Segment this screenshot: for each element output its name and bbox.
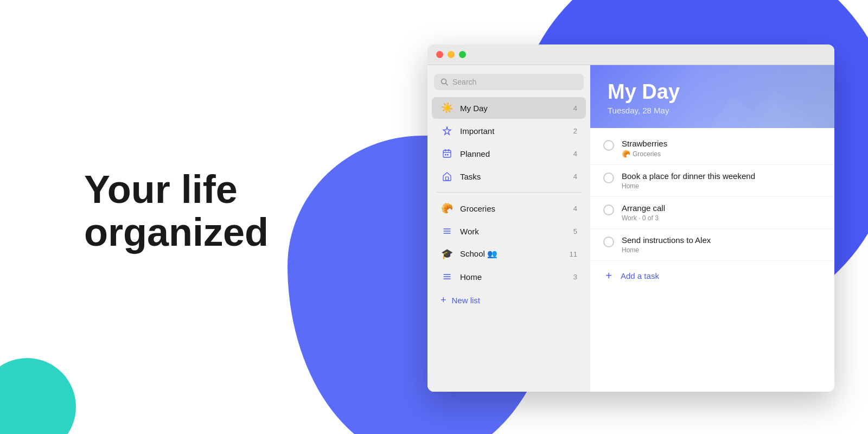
task-checkbox[interactable] — [603, 173, 614, 183]
sidebar-label-my-day: My Day — [460, 104, 567, 113]
list-icon-home — [441, 270, 454, 283]
sidebar-item-school[interactable]: 🎓 School 👥 11 — [432, 243, 586, 265]
app-content: Search ☀️ My Day 4 Important 2 — [427, 65, 834, 392]
panel-date: Tuesday, 28 May — [608, 106, 817, 115]
sidebar-item-groceries[interactable]: 🥐 Groceries 4 — [432, 197, 586, 219]
sidebar-label-home: Home — [460, 272, 567, 282]
sidebar-count-important: 2 — [573, 127, 577, 135]
app-window: Search ☀️ My Day 4 Important 2 — [427, 44, 834, 392]
house-icon — [441, 170, 454, 183]
sidebar-count-school: 11 — [570, 250, 577, 258]
new-list-button[interactable]: + New list — [432, 290, 586, 310]
sidebar-item-work[interactable]: Work 5 — [432, 220, 586, 242]
sidebar-label-tasks: Tasks — [460, 172, 567, 181]
task-meta: Work · 0 of 3 — [622, 214, 821, 222]
task-title: Strawberries — [622, 139, 821, 148]
search-box[interactable]: Search — [434, 74, 584, 90]
title-bar — [427, 44, 834, 65]
main-panel: My Day Tuesday, 28 May Strawberries 🥐 Gr… — [590, 65, 834, 392]
svg-rect-6 — [445, 154, 446, 156]
task-item[interactable]: Arrange call Work · 0 of 3 — [590, 197, 834, 229]
sidebar-item-planned[interactable]: Planned 4 — [432, 143, 586, 164]
task-meta-text: Home — [622, 246, 639, 254]
sidebar-item-important[interactable]: Important 2 — [432, 120, 586, 142]
task-meta-icon: 🥐 — [622, 150, 630, 158]
task-title: Book a place for dinner this weekend — [622, 171, 821, 181]
sidebar-count-my-day: 4 — [573, 104, 577, 112]
minimize-button[interactable] — [448, 51, 455, 58]
sidebar: Search ☀️ My Day 4 Important 2 — [427, 65, 590, 392]
task-item[interactable]: Book a place for dinner this weekend Hom… — [590, 165, 834, 197]
sidebar-label-important: Important — [460, 126, 567, 136]
sidebar-count-tasks: 4 — [573, 173, 577, 181]
task-list: Strawberries 🥐 Groceries Book a place fo… — [590, 128, 834, 392]
sidebar-label-school: School 👥 — [460, 249, 563, 259]
svg-rect-8 — [446, 177, 449, 180]
task-content: Arrange call Work · 0 of 3 — [622, 203, 821, 222]
task-meta-text: Home — [622, 182, 639, 190]
hero-line1: Your life — [84, 168, 238, 211]
task-item[interactable]: Send instructions to Alex Home — [590, 229, 834, 261]
sidebar-item-home[interactable]: Home 3 — [432, 266, 586, 288]
sidebar-count-groceries: 4 — [573, 205, 577, 213]
svg-rect-2 — [443, 150, 451, 157]
task-checkbox[interactable] — [603, 205, 614, 215]
plus-icon: + — [441, 295, 446, 306]
add-task-label: Add a task — [621, 271, 659, 280]
search-input[interactable]: Search — [452, 78, 577, 86]
task-meta: Home — [622, 246, 821, 254]
new-list-label: New list — [452, 296, 481, 305]
hero-line2: organized — [84, 210, 269, 254]
maximize-button[interactable] — [459, 51, 466, 58]
task-title: Send instructions to Alex — [622, 235, 821, 245]
task-meta-text: Work · 0 of 3 — [622, 214, 659, 222]
sidebar-divider — [436, 192, 582, 193]
sidebar-count-home: 3 — [573, 273, 577, 281]
task-checkbox[interactable] — [603, 237, 614, 247]
bg-decoration-teal — [0, 358, 76, 434]
task-content: Send instructions to Alex Home — [622, 235, 821, 254]
task-meta: Home — [622, 182, 821, 190]
sidebar-count-planned: 4 — [573, 150, 577, 158]
add-plus-icon: + — [603, 270, 614, 282]
graduation-icon: 🎓 — [441, 247, 454, 260]
sidebar-label-groceries: Groceries — [460, 204, 567, 213]
sidebar-label-work: Work — [460, 227, 567, 236]
main-header: My Day Tuesday, 28 May — [590, 65, 834, 128]
task-content: Book a place for dinner this weekend Hom… — [622, 171, 821, 190]
svg-rect-7 — [447, 154, 449, 156]
task-meta-text: Groceries — [633, 150, 661, 158]
svg-line-1 — [446, 84, 448, 86]
search-icon — [441, 78, 448, 86]
calendar-icon — [441, 147, 454, 160]
task-checkbox[interactable] — [603, 140, 614, 151]
sun-icon: ☀️ — [441, 101, 454, 114]
task-title: Arrange call — [622, 203, 821, 213]
sidebar-item-tasks[interactable]: Tasks 4 — [432, 165, 586, 187]
bread-icon: 🥐 — [441, 202, 454, 215]
sidebar-item-my-day[interactable]: ☀️ My Day 4 — [432, 97, 586, 119]
star-icon — [441, 124, 454, 137]
sidebar-count-work: 5 — [573, 227, 577, 235]
add-task-button[interactable]: + Add a task — [590, 261, 834, 291]
sidebar-label-planned: Planned — [460, 149, 567, 158]
close-button[interactable] — [436, 51, 443, 58]
list-icon-work — [441, 225, 454, 238]
task-meta: 🥐 Groceries — [622, 150, 821, 158]
task-item[interactable]: Strawberries 🥐 Groceries — [590, 132, 834, 165]
hero-section: Your life organized — [84, 168, 269, 254]
panel-title: My Day — [608, 80, 817, 104]
task-content: Strawberries 🥐 Groceries — [622, 139, 821, 158]
